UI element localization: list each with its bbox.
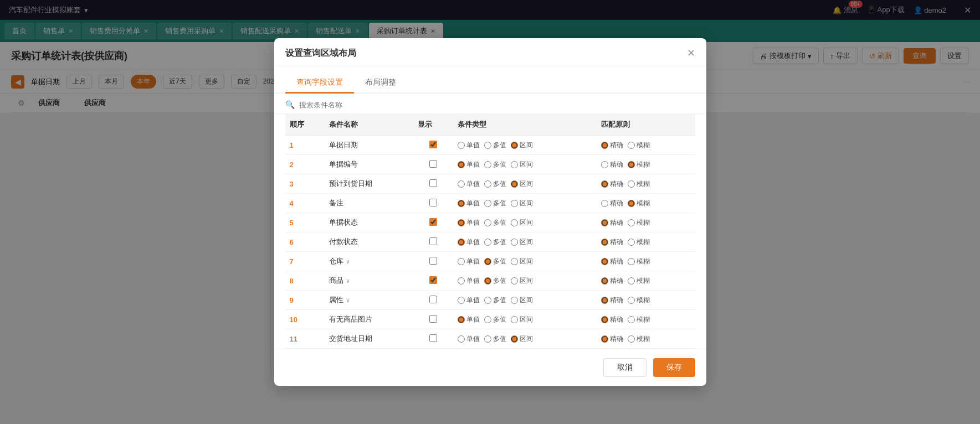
modal-overlay: 设置查询区域布局 ✕ 查询字段设置 布局调整 🔍 顺序 条件名称 显示 条件类型 bbox=[0, 0, 980, 113]
dialog-close-button[interactable]: ✕ bbox=[687, 47, 695, 59]
search-icon: 🔍 bbox=[285, 100, 295, 109]
tab-layout-adjust[interactable]: 布局调整 bbox=[354, 73, 407, 94]
dialog-title: 设置查询区域布局 bbox=[285, 48, 356, 59]
dialog-header: 设置查询区域布局 ✕ bbox=[274, 38, 706, 66]
search-input[interactable] bbox=[299, 101, 695, 109]
settings-dialog: 设置查询区域布局 ✕ 查询字段设置 布局调整 🔍 顺序 条件名称 显示 条件类型 bbox=[274, 38, 706, 113]
dialog-tabs: 查询字段设置 布局调整 bbox=[274, 66, 706, 94]
search-row: 🔍 bbox=[274, 94, 706, 113]
tab-query-fields[interactable]: 查询字段设置 bbox=[285, 73, 354, 94]
